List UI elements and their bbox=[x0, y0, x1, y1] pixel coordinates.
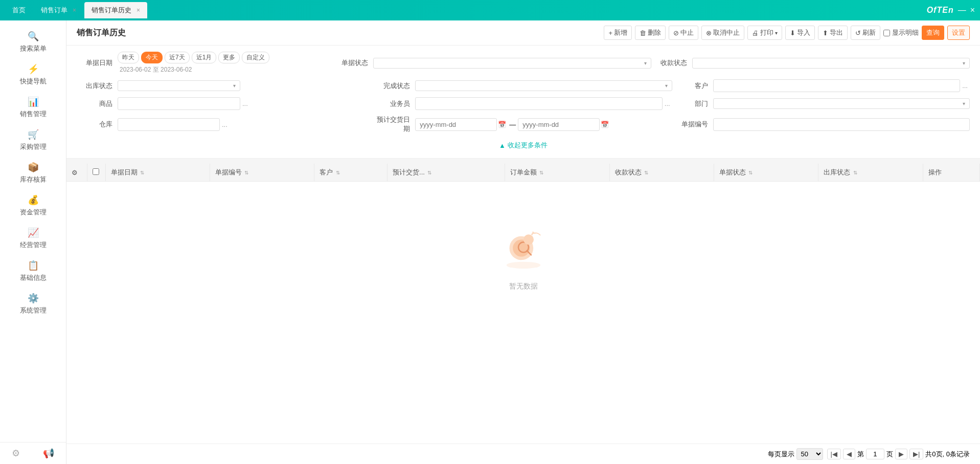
sidebar-item-label: 库存核算 bbox=[20, 175, 47, 184]
delivery-date-label: 预计交货日期 bbox=[374, 115, 415, 134]
select-all-checkbox[interactable] bbox=[93, 168, 99, 175]
sidebar-item-label: 采购管理 bbox=[20, 142, 47, 151]
order-number-input[interactable] bbox=[713, 118, 970, 131]
delivery-date-filter-col: 预计交货日期 📅 — 📅 bbox=[374, 115, 672, 134]
sidebar-item-finance[interactable]: 💰 资金管理 bbox=[0, 189, 66, 222]
date-btn-7days[interactable]: 近7天 bbox=[165, 52, 190, 63]
table-settings-icon[interactable]: ⚙ bbox=[72, 169, 78, 176]
warehouse-input[interactable] bbox=[118, 118, 220, 131]
delivery-date-calendar-to[interactable]: 📅 bbox=[601, 121, 609, 128]
complete-status-select[interactable]: ▾ bbox=[415, 80, 672, 91]
date-btn-yesterday[interactable]: 昨天 bbox=[118, 52, 139, 63]
col-payment-status[interactable]: 收款状态 ⇅ bbox=[609, 164, 714, 182]
new-button[interactable]: + 新增 bbox=[604, 26, 632, 40]
sidebar-item-sales-mgmt[interactable]: 📊 销售管理 bbox=[0, 91, 66, 124]
tab-sales-order-history[interactable]: 销售订单历史 × bbox=[84, 2, 147, 18]
settings-col[interactable]: ⚙ bbox=[66, 164, 87, 182]
sidebar-sound-icon[interactable]: 📢 bbox=[43, 448, 54, 459]
col-out-status-label: 出库状态 bbox=[824, 168, 850, 176]
collapse-row[interactable]: ▲ 收起更多条件 bbox=[77, 139, 970, 152]
print-button[interactable]: 🖨 打印 ▾ bbox=[747, 26, 782, 40]
sidebar-item-basic-info[interactable]: 📋 基础信息 bbox=[0, 255, 66, 288]
sidebar-settings-icon[interactable]: ⚙ bbox=[12, 448, 20, 459]
export-button[interactable]: ⬆ 导出 bbox=[818, 26, 848, 40]
col-customer[interactable]: 客户 ⇅ bbox=[314, 164, 388, 182]
close-btn[interactable]: × bbox=[970, 6, 975, 15]
customer-ellipsis[interactable]: ... bbox=[960, 81, 970, 91]
query-button[interactable]: 查询 bbox=[922, 26, 944, 40]
date-btn-today[interactable]: 今天 bbox=[141, 52, 163, 63]
date-btn-more[interactable]: 更多 bbox=[218, 52, 240, 63]
col-number[interactable]: 单据编号 ⇅ bbox=[210, 164, 314, 182]
checkbox-col[interactable] bbox=[87, 164, 105, 182]
pagination-bar: 每页显示 50 10 20 100 |◀ ◀ 第 页 ▶ ▶| 共0页, 0条记… bbox=[66, 444, 980, 464]
last-page-btn[interactable]: ▶| bbox=[909, 449, 923, 459]
product-input[interactable] bbox=[118, 97, 240, 110]
sales-mgmt-icon: 📊 bbox=[28, 96, 39, 107]
warehouse-filter-col: 仓库 ... bbox=[77, 118, 374, 131]
col-order-status[interactable]: 单据状态 ⇅ bbox=[714, 164, 818, 182]
empty-state-icon bbox=[498, 223, 549, 274]
import-icon: ⬇ bbox=[790, 29, 795, 37]
minimize-btn[interactable]: — bbox=[958, 6, 966, 15]
delivery-date-from[interactable] bbox=[415, 118, 497, 131]
col-out-status[interactable]: 出库状态 ⇅ bbox=[818, 164, 923, 182]
query-label: 查询 bbox=[926, 28, 940, 37]
department-select[interactable]: ▾ bbox=[713, 98, 970, 109]
col-date[interactable]: 单据日期 ⇅ bbox=[105, 164, 210, 182]
customer-label: 客户 bbox=[672, 81, 713, 91]
col-delivery[interactable]: 预计交货... ⇅ bbox=[388, 164, 505, 182]
page-number-input[interactable] bbox=[866, 449, 884, 459]
page-label-suffix: 页 bbox=[886, 450, 893, 459]
sidebar-item-label: 基础信息 bbox=[20, 273, 47, 282]
next-page-btn[interactable]: ▶ bbox=[895, 449, 907, 459]
customer-input[interactable] bbox=[713, 79, 960, 92]
show-detail-checkbox[interactable] bbox=[883, 30, 890, 36]
col-amount-sort-icon: ⇅ bbox=[539, 170, 543, 175]
stop-button[interactable]: ⊘ 中止 bbox=[669, 26, 698, 40]
sidebar-item-search-menu[interactable]: 🔍 搜索菜单 bbox=[0, 26, 66, 58]
product-ellipsis[interactable]: ... bbox=[240, 99, 250, 108]
payment-status-select[interactable]: ▾ bbox=[692, 58, 970, 69]
settings-button[interactable]: 设置 bbox=[947, 26, 970, 40]
sidebar-item-quick-nav[interactable]: ⚡ 快捷导航 bbox=[0, 58, 66, 91]
order-status-select[interactable]: ▾ bbox=[373, 58, 651, 69]
sidebar-item-purchase-mgmt[interactable]: 🛒 采购管理 bbox=[0, 124, 66, 157]
col-amount-label: 订单金额 bbox=[510, 168, 537, 176]
close-tab-sales-order-history[interactable]: × bbox=[136, 7, 140, 14]
date-btn-1month[interactable]: 近1月 bbox=[192, 52, 217, 63]
salesperson-input[interactable] bbox=[415, 97, 662, 110]
filter-row-3: 商品 ... 业务员 ... 部门 ▾ bbox=[77, 97, 970, 110]
first-page-btn[interactable]: |◀ bbox=[827, 449, 841, 459]
salesperson-ellipsis[interactable]: ... bbox=[663, 99, 672, 108]
refresh-icon: ↺ bbox=[855, 29, 861, 37]
search-menu-icon: 🔍 bbox=[28, 31, 39, 42]
import-button[interactable]: ⬇ 导入 bbox=[785, 26, 815, 40]
col-amount[interactable]: 订单金额 ⇅ bbox=[505, 164, 609, 182]
sidebar-item-operation[interactable]: 📈 经营管理 bbox=[0, 222, 66, 255]
sidebar-item-inventory[interactable]: 📦 库存核算 bbox=[0, 157, 66, 189]
refresh-button[interactable]: ↺ 刷新 bbox=[851, 26, 880, 40]
out-status-select[interactable]: ▾ bbox=[118, 80, 240, 91]
date-btn-custom[interactable]: 自定义 bbox=[242, 52, 269, 63]
show-detail-checkbox-label[interactable]: 显示明细 bbox=[883, 28, 919, 37]
collapse-up-icon: ▲ bbox=[499, 142, 506, 149]
col-payment-status-label: 收款状态 bbox=[615, 168, 642, 176]
delivery-date-to[interactable] bbox=[518, 118, 600, 131]
filter-row-2: 出库状态 ▾ 完成状态 ▾ 客户 ... bbox=[77, 79, 970, 92]
sidebar-item-sys-mgmt[interactable]: ⚙️ 系统管理 bbox=[0, 288, 66, 320]
delivery-date-calendar-from[interactable]: 📅 bbox=[498, 121, 506, 128]
cancel-stop-button[interactable]: ⊗ 取消中止 bbox=[701, 26, 744, 40]
tab-home[interactable]: 首页 bbox=[5, 2, 33, 18]
warehouse-ellipsis[interactable]: ... bbox=[220, 120, 230, 129]
date-filter-col: 单据日期 昨天 今天 近7天 近1月 更多 自定义 2023-06-02 至 2… bbox=[77, 52, 332, 74]
close-tab-sales-order[interactable]: × bbox=[73, 7, 76, 14]
export-label: 导出 bbox=[830, 28, 843, 37]
delete-icon: 🗑 bbox=[640, 29, 646, 37]
prev-page-btn[interactable]: ◀ bbox=[843, 449, 855, 459]
delete-button[interactable]: 🗑 删除 bbox=[635, 26, 666, 40]
toolbar: + 新增 🗑 删除 ⊘ 中止 ⊗ 取消中止 🖨 打印 bbox=[604, 26, 970, 40]
tab-sales-order[interactable]: 销售订单 × bbox=[34, 2, 83, 18]
page-size-dropdown[interactable]: 50 10 20 100 bbox=[796, 448, 823, 460]
table-section: ⚙ 单据日期 ⇅ 单据编号 ⇅ bbox=[66, 164, 980, 444]
